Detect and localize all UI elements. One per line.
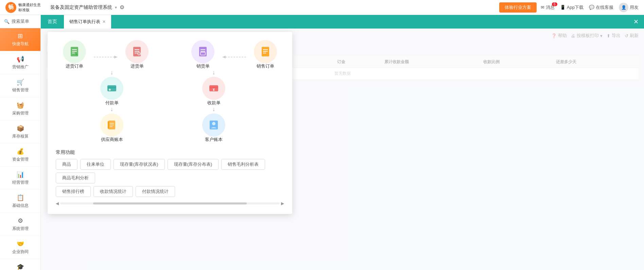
btn-sales-margin-table[interactable]: 销售毛利分析表	[221, 159, 265, 170]
purchase-bill-label: 进货单	[130, 63, 144, 69]
marketing-icon: 📢	[17, 55, 24, 63]
btn-collection-stats[interactable]: 收款情况统计	[93, 186, 133, 197]
payment-circle[interactable]	[100, 77, 123, 100]
flow-node-sales-bill[interactable]: 销货单	[184, 40, 222, 69]
scrollbar-track	[60, 202, 280, 204]
sidebar-search[interactable]: 🔍 搜索菜单	[0, 15, 40, 28]
sales-bill-label: 销货单	[196, 63, 210, 69]
newbie-icon: 🎓	[17, 263, 24, 270]
app-title: 装备及固定资产辅助管理系统	[50, 4, 112, 11]
sidebar-item-finance[interactable]: 💰 资金管理	[0, 144, 40, 167]
customer-ledger-label: 客户账本	[205, 137, 223, 143]
search-icon: 🔍	[4, 19, 10, 24]
title-dropdown-icon[interactable]: ▾	[115, 5, 117, 10]
service-icon: 💬	[589, 5, 594, 10]
btn-sales-ranking[interactable]: 销售排行榜	[56, 186, 91, 197]
flow-node-purchase-bill[interactable]: 进货单	[118, 40, 156, 69]
svg-rect-29	[108, 121, 109, 129]
avatar: 👤	[619, 3, 628, 12]
sidebar-item-sales[interactable]: 🛒 销售管理	[0, 74, 40, 97]
purchase-order-label: 进货订单	[66, 63, 83, 69]
common-btns-row1: 商品 往来单位 现存量(库存状况表) 现存量(库存分布表) 销售毛利分析表 商品…	[56, 159, 284, 183]
online-service-button[interactable]: 💬 在线客服	[589, 4, 613, 11]
supplier-ledger-circle[interactable]	[100, 113, 123, 137]
purchase-order-circle	[63, 40, 86, 63]
svg-marker-5	[114, 56, 118, 58]
sales-icon: 🛒	[17, 78, 24, 86]
tab-sales-order[interactable]: 销售订单执行表 ✕	[64, 15, 111, 29]
quick-icon: ⊞	[18, 32, 23, 40]
btn-product[interactable]: 商品	[56, 159, 77, 170]
sidebar: 🔍 搜索菜单 ⊞ 快捷导航 📢 营销推广 🛒 销售管理 🧺 采购管理 📦	[0, 15, 41, 270]
topbar: 畅 畅康通好生意 标准版 装备及固定资产辅助管理系统 ▾ ⚙ 体验行业方案 ✉ …	[0, 0, 644, 15]
sales-order-label: 销售订单	[257, 63, 274, 69]
page-content: ❓ 帮助 🖨 按模板打印 ▾ ⬆ 导出 ↺ 刷新	[41, 29, 644, 270]
app-download-button[interactable]: 📱 App下载	[560, 4, 584, 11]
tab-home[interactable]: 首页	[41, 15, 64, 29]
scroll-left-icon[interactable]: ◀	[56, 201, 59, 206]
svg-text:¥: ¥	[213, 88, 215, 92]
scrollbar-thumb[interactable]	[93, 202, 247, 204]
common-functions-section: 常用功能 商品 往来单位 现存量(库存状况表) 现存量(库存分布表) 销售毛利分…	[56, 149, 284, 197]
topbar-right: ✉ 消息 6 📱 App下载 💬 在线客服 👤 用友	[541, 3, 639, 12]
app-logo: 畅 畅康通好生意 标准版	[5, 2, 46, 13]
sidebar-item-system[interactable]: ⚙ 系统管理	[0, 213, 40, 236]
btn-current-stock-dist[interactable]: 现存量(库存分布表)	[168, 159, 219, 170]
btn-counterpart[interactable]: 往来单位	[80, 159, 111, 170]
sales-order-circle	[254, 40, 277, 63]
common-functions-title: 常用功能	[56, 149, 284, 156]
svg-point-34	[212, 122, 215, 125]
close-all-button[interactable]: ✕	[628, 18, 644, 25]
supplier-ledger-label: 供应商账本	[101, 137, 123, 143]
inventory-icon: 📦	[17, 125, 24, 132]
modal-box: 进货订单	[48, 32, 292, 214]
operation-icon: 📊	[17, 171, 24, 178]
tab-close-icon[interactable]: ✕	[102, 19, 106, 24]
modal-scrollbar: ◀ ▶	[56, 201, 284, 206]
sidebar-item-operation[interactable]: 📊 经营管理	[0, 167, 40, 190]
system-icon: ⚙	[18, 217, 23, 224]
btn-product-margin[interactable]: 商品毛利分析	[56, 173, 95, 183]
message-icon: ✉	[541, 5, 544, 10]
settings-icon[interactable]: ⚙	[120, 4, 124, 11]
sidebar-item-newbie[interactable]: 🎓 新手引导	[0, 259, 40, 270]
sidebar-item-quick[interactable]: ⊞ 快捷导航	[0, 28, 40, 51]
collection-label: 收款单	[207, 100, 221, 106]
customer-ledger-circle[interactable]	[202, 113, 225, 137]
logo-icon: 畅	[5, 2, 16, 13]
collab-icon: 🤝	[17, 240, 24, 248]
basic-icon: 📋	[17, 194, 24, 201]
flow-node-sales-order[interactable]: 销售订单	[247, 40, 284, 69]
purchase-bill-circle	[125, 40, 149, 63]
payment-label: 付款单	[105, 100, 119, 106]
sidebar-item-marketing[interactable]: 📢 营销推广	[0, 51, 40, 74]
purchase-icon: 🧺	[17, 102, 24, 109]
experience-button[interactable]: 体验行业方案	[499, 2, 537, 13]
modal-overlay: 进货订单	[41, 29, 644, 270]
btn-payment-stats[interactable]: 付款情况统计	[136, 186, 175, 197]
logo-text: 畅康通好生意 标准版	[18, 2, 41, 12]
svg-rect-23	[107, 87, 116, 88]
sales-bill-circle	[191, 40, 214, 63]
content-area: 首页 销售订单执行表 ✕ ✕ ❓ 帮助 🖨 按模板打印	[41, 15, 644, 270]
finance-icon: 💰	[17, 148, 24, 155]
app-title-area: 装备及固定资产辅助管理系统 ▾ ⚙	[50, 4, 495, 11]
svg-point-24	[109, 89, 111, 91]
download-icon: 📱	[560, 5, 565, 10]
scroll-right-icon[interactable]: ▶	[281, 201, 284, 206]
svg-marker-17	[222, 56, 226, 58]
user-menu[interactable]: 👤 用友	[619, 3, 639, 12]
collection-circle[interactable]: ¥	[202, 77, 225, 100]
tabbar: 首页 销售订单执行表 ✕ ✕	[41, 15, 644, 29]
flow-section: 进货订单	[56, 40, 284, 143]
sidebar-item-collab[interactable]: 🤝 企业协同	[0, 236, 40, 259]
sidebar-item-purchase[interactable]: 🧺 采购管理	[0, 97, 40, 121]
flow-node-purchase-order[interactable]: 进货订单	[56, 40, 93, 69]
sidebar-item-basic[interactable]: 📋 基础信息	[0, 190, 40, 213]
btn-current-stock-status[interactable]: 现存量(库存状况表)	[114, 159, 165, 170]
message-button[interactable]: ✉ 消息 6	[541, 4, 555, 11]
common-btns-row2: 销售排行榜 收款情况统计 付款情况统计	[56, 186, 284, 197]
sidebar-item-inventory[interactable]: 📦 库存核算	[0, 121, 40, 144]
